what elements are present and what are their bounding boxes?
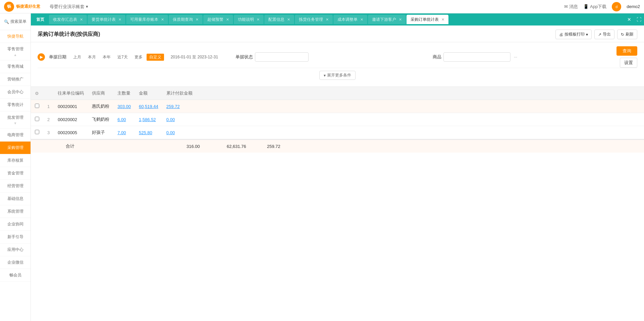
sidebar-item-ecommerce[interactable]: 电商管理 xyxy=(0,129,31,142)
refresh-label: 刷新 xyxy=(626,32,634,37)
tab-purchase-summary-close[interactable]: ✕ xyxy=(441,17,444,22)
date-more[interactable]: 更多 xyxy=(132,54,145,61)
date-custom-tag[interactable]: 自定义 xyxy=(147,54,164,61)
row-qty-link[interactable]: 7.00 xyxy=(117,130,126,135)
tab-overstock-warning[interactable]: 超储预警 ✕ xyxy=(203,15,233,24)
row-checkbox[interactable] xyxy=(35,117,39,121)
app-download-button[interactable]: 📱 App下载 xyxy=(583,4,606,10)
filter-toggle-button[interactable]: ▶ xyxy=(38,53,45,61)
export-button[interactable]: ↗ 导出 xyxy=(594,30,614,39)
tab-invite-downstream-close[interactable]: ✕ xyxy=(399,17,402,22)
status-select[interactable] xyxy=(255,52,309,62)
tab-pick-task[interactable]: 拣货任务管理 ✕ xyxy=(295,15,333,24)
date-this-year[interactable]: 本年 xyxy=(100,54,113,61)
th-amount[interactable]: 金额 xyxy=(135,87,162,100)
tab-function-guide[interactable]: 功能说明 ✕ xyxy=(234,15,264,24)
tab-order-summary-close[interactable]: ✕ xyxy=(118,17,121,22)
tab-overstock-warning-close[interactable]: ✕ xyxy=(226,17,229,22)
row-amount-link[interactable]: 60,519.44 xyxy=(139,104,158,109)
tab-order-summary[interactable]: 要货单统计表 ✕ xyxy=(88,15,125,24)
row-paid-link[interactable]: 0.00 xyxy=(166,130,175,135)
sidebar-item-retail-mall[interactable]: 零售商城 xyxy=(0,60,31,73)
filter-right-actions: 查询 设置 xyxy=(616,46,637,68)
sidebar-item-purchase-mgmt[interactable]: 采购管理 xyxy=(0,142,31,154)
tab-purchase-summary[interactable]: 采购订单统计表 ✕ xyxy=(407,15,448,24)
tab-bar: 首页 收发存汇总表 ✕ 要货单统计表 ✕ 可用量库存账本 ✕ 保质期查询 ✕ 超… xyxy=(31,13,644,25)
row-paid-link[interactable]: 0.00 xyxy=(166,117,175,122)
tab-warranty-query-close[interactable]: ✕ xyxy=(196,17,199,22)
date-last-month[interactable]: 上月 xyxy=(70,54,84,61)
sidebar-item-wholesale-mgmt[interactable]: 批发管理 ▼ xyxy=(0,111,31,129)
row-amount-link[interactable]: 1,586.52 xyxy=(139,117,156,122)
th-supplier[interactable]: 供应商 xyxy=(88,87,113,100)
print-button[interactable]: 🖨 按模板打印 ▾ xyxy=(555,30,592,39)
tab-close-all-button[interactable]: ✕ xyxy=(626,16,633,23)
marketing-label: 营销推广 xyxy=(7,76,23,82)
sidebar-item-new-guide[interactable]: 新手引导 xyxy=(0,231,31,244)
tab-available-stock-close[interactable]: ✕ xyxy=(161,17,164,22)
row-qty-link[interactable]: 303.00 xyxy=(117,104,131,109)
tab-function-guide-close[interactable]: ✕ xyxy=(257,17,260,22)
row-qty-link[interactable]: 6.00 xyxy=(117,117,126,122)
tab-cost-adjust[interactable]: 成本调整单 ✕ xyxy=(333,15,367,24)
row-amount-link[interactable]: 525.80 xyxy=(139,130,152,135)
row-checkbox-cell[interactable] xyxy=(31,126,43,139)
sidebar-item-member-center[interactable]: 会员中心 xyxy=(0,86,31,99)
row-amount-cell: 60,519.44 xyxy=(135,100,162,113)
tab-pick-task-close[interactable]: ✕ xyxy=(326,17,329,22)
vip-member-label: 畅会员 xyxy=(9,272,21,278)
refresh-button[interactable]: ↻ 刷新 xyxy=(617,30,637,39)
export-icon: ↗ xyxy=(598,32,601,37)
row-checkbox[interactable] xyxy=(35,130,39,134)
sidebar: 🔍 搜索菜单 快捷导航 零售管理 ▲ 零售商城 营销推广 会员中心 零售统计 批… xyxy=(0,13,31,321)
sidebar-item-marketing[interactable]: 营销推广 xyxy=(0,73,31,86)
sidebar-item-app-center[interactable]: 应用中心 xyxy=(0,244,31,256)
sidebar-item-ops-mgmt[interactable]: 经营管理 xyxy=(0,180,31,193)
sidebar-item-quick-nav[interactable]: 快捷导航 xyxy=(0,30,31,43)
th-unit-code[interactable]: 往来单位编码 xyxy=(54,87,88,100)
query-button[interactable]: 查询 xyxy=(616,46,637,56)
row-checkbox-cell[interactable] xyxy=(31,113,43,126)
row-paid-link[interactable]: 259.72 xyxy=(166,104,180,109)
workspace-selector[interactable]: 母婴行业演示账套 ▾ xyxy=(50,4,88,10)
column-settings-icon[interactable]: ⚙ xyxy=(35,91,39,96)
date-last-7-days[interactable]: 近7天 xyxy=(115,54,130,61)
sidebar-item-inventory[interactable]: 库存核算 xyxy=(0,154,31,167)
goods-input[interactable] xyxy=(443,52,511,62)
tab-overstock-warning-label: 超储预警 xyxy=(207,17,223,22)
tab-receive-summary[interactable]: 收发存汇总表 ✕ xyxy=(49,15,87,24)
sidebar-item-retail-stats[interactable]: 零售统计 xyxy=(0,99,31,111)
tab-config-info-close[interactable]: ✕ xyxy=(287,17,290,22)
date-shortcuts: 上月 本月 本年 近7天 更多 自定义 xyxy=(70,54,164,61)
basic-info-label: 基础信息 xyxy=(7,196,23,202)
sidebar-item-finance[interactable]: 资金管理 xyxy=(0,167,31,180)
row-checkbox[interactable] xyxy=(35,104,39,108)
sidebar-item-enterprise-wechat[interactable]: 企业微信 xyxy=(0,256,31,269)
tab-receive-summary-close[interactable]: ✕ xyxy=(80,17,83,22)
tab-available-stock[interactable]: 可用量库存账本 ✕ xyxy=(126,15,168,24)
goods-more-icon[interactable]: ··· xyxy=(513,54,519,60)
th-paid-amount[interactable]: 累计付款金额 xyxy=(162,87,197,100)
sidebar-item-retail-mgmt[interactable]: 零售管理 ▲ xyxy=(0,43,31,60)
tab-maximize-button[interactable]: ⛶ xyxy=(635,16,643,23)
th-qty[interactable]: 主数量 xyxy=(113,87,135,100)
workspace-dropdown-icon: ▾ xyxy=(86,4,88,9)
tab-home[interactable]: 首页 xyxy=(32,15,48,24)
table-footer: 合计 316.00 62,631.76 259.72 xyxy=(31,139,644,153)
settings-button[interactable]: 设置 xyxy=(620,58,637,68)
sidebar-item-enterprise-collab[interactable]: 企业协同 xyxy=(0,218,31,231)
date-this-month[interactable]: 本月 xyxy=(85,54,99,61)
message-button[interactable]: ✉ 消息 xyxy=(564,4,578,10)
tab-config-info[interactable]: 配置信息 ✕ xyxy=(264,15,294,24)
sidebar-item-vip-member[interactable]: 畅会员 xyxy=(0,269,31,282)
tab-warranty-query-label: 保质期查询 xyxy=(173,17,193,22)
sidebar-item-basic-info[interactable]: 基础信息 xyxy=(0,193,31,205)
expand-more-label: 展开更多条件 xyxy=(327,72,351,78)
tab-cost-adjust-close[interactable]: ✕ xyxy=(360,17,363,22)
tab-warranty-query[interactable]: 保质期查询 ✕ xyxy=(169,15,203,24)
row-checkbox-cell[interactable] xyxy=(31,100,43,113)
sidebar-item-sys-mgmt[interactable]: 系统管理 xyxy=(0,205,31,218)
expand-more-button[interactable]: ▾ 展开更多条件 xyxy=(319,71,356,80)
search-menu-button[interactable]: 🔍 搜索菜单 xyxy=(3,17,28,26)
tab-invite-downstream[interactable]: 邀请下游客户 ✕ xyxy=(368,15,406,24)
